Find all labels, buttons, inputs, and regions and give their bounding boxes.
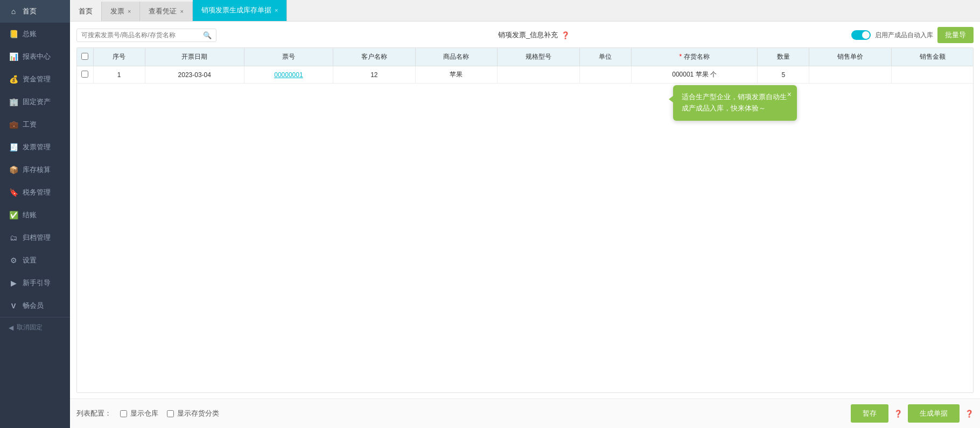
save-button[interactable]: 暂存 bbox=[851, 404, 888, 423]
sidebar-item-ledger[interactable]: 📒 总账 bbox=[0, 23, 70, 45]
warehouse-checkbox[interactable] bbox=[120, 410, 127, 417]
footer-actions: 暂存 ❓ 生成单据 ❓ bbox=[851, 404, 974, 423]
info-help-icon[interactable]: ❓ bbox=[561, 31, 570, 39]
toolbar-left: 🔍 bbox=[76, 29, 216, 42]
sidebar-item-tax[interactable]: 🔖 税务管理 bbox=[0, 181, 70, 204]
sidebar: ⌂ 首页 📒 总账 📊 报表中心 💰 资金管理 🏢 固定资产 💼 工资 🧾 发票… bbox=[0, 0, 70, 428]
warehouse-checkbox-group[interactable]: 显示仓库 bbox=[120, 409, 158, 418]
tab-generate-label: 销项发票生成库存单据 bbox=[201, 5, 271, 15]
save-help-icon[interactable]: ❓ bbox=[894, 410, 902, 418]
home-icon: ⌂ bbox=[9, 7, 18, 16]
row-goods: 苹果 bbox=[415, 66, 498, 84]
sidebar-item-label: 归档管理 bbox=[23, 233, 51, 243]
tab-voucher[interactable]: 查看凭证 × bbox=[140, 2, 192, 21]
search-input[interactable] bbox=[81, 31, 203, 39]
tab-generate[interactable]: 销项发票生成库存单据 × bbox=[193, 0, 287, 21]
category-checkbox-group[interactable]: 显示存货分类 bbox=[167, 409, 219, 418]
guide-icon: ▶ bbox=[9, 279, 18, 287]
sidebar-item-inventory[interactable]: 📦 库存核算 bbox=[0, 158, 70, 181]
tab-home[interactable]: 首页 bbox=[70, 2, 102, 21]
sidebar-item-report[interactable]: 📊 报表中心 bbox=[0, 45, 70, 68]
sidebar-item-label: 工资 bbox=[23, 120, 37, 129]
tab-voucher-close[interactable]: × bbox=[180, 8, 183, 15]
select-all-checkbox[interactable] bbox=[81, 53, 88, 60]
row-inventory[interactable]: 000001 苹果 个 bbox=[632, 66, 758, 84]
tab-invoice[interactable]: 发票 × bbox=[102, 2, 140, 21]
col-amount: 销售金额 bbox=[892, 48, 973, 66]
tax-icon: 🔖 bbox=[9, 188, 18, 197]
sidebar-item-label: 结账 bbox=[23, 210, 37, 220]
batch-button[interactable]: 批量导 bbox=[937, 27, 974, 43]
toggle-label: 启用产成品自动入库 bbox=[875, 31, 933, 40]
asset-icon: 🏢 bbox=[9, 98, 18, 106]
wage-icon: 💼 bbox=[9, 120, 18, 129]
sidebar-item-label: 畅会员 bbox=[23, 301, 44, 310]
sidebar-item-label: 资金管理 bbox=[23, 74, 51, 84]
data-table-wrapper: 序号 开票日期 票号 客户名称 商品名称 规格型号 单位 * 存货名称 数量 销… bbox=[76, 47, 974, 393]
row-customer: 12 bbox=[333, 66, 416, 84]
search-box[interactable]: 🔍 bbox=[76, 29, 216, 42]
sidebar-item-fund[interactable]: 💰 资金管理 bbox=[0, 68, 70, 91]
tab-voucher-label: 查看凭证 bbox=[149, 6, 177, 16]
toolbar-center: 销项发票_信息补充 ❓ bbox=[498, 30, 570, 40]
col-inventory: * 存货名称 bbox=[632, 48, 758, 66]
sidebar-item-label: 新手引导 bbox=[23, 278, 51, 288]
sidebar-item-archive[interactable]: 🗂 归档管理 bbox=[0, 226, 70, 249]
warehouse-label: 显示仓库 bbox=[130, 409, 158, 418]
col-checkbox bbox=[77, 48, 93, 66]
tab-invoice-close[interactable]: × bbox=[128, 8, 131, 15]
col-customer: 客户名称 bbox=[333, 48, 416, 66]
row-unit bbox=[579, 66, 631, 84]
settle-icon: ✅ bbox=[9, 211, 18, 219]
row-checkbox[interactable] bbox=[81, 71, 88, 78]
sidebar-item-asset[interactable]: 🏢 固定资产 bbox=[0, 91, 70, 113]
sidebar-item-home[interactable]: ⌂ 首页 bbox=[0, 0, 70, 23]
main-area: 首页 发票 × 查看凭证 × 销项发票生成库存单据 × 🔍 销项发票_信息补充 bbox=[70, 0, 980, 428]
ledger-icon: 📒 bbox=[9, 30, 18, 38]
row-quantity: 5 bbox=[758, 66, 809, 84]
sidebar-item-settle[interactable]: ✅ 结账 bbox=[0, 204, 70, 226]
sidebar-item-vip[interactable]: V 畅会员 bbox=[0, 294, 70, 317]
generate-button[interactable]: 生成单据 bbox=[908, 404, 960, 423]
sidebar-item-label: 报表中心 bbox=[23, 52, 51, 61]
sidebar-pin-button[interactable]: ◀ 取消固定 bbox=[0, 317, 70, 337]
auto-warehouse-toggle[interactable] bbox=[851, 30, 871, 40]
fund-icon: 💰 bbox=[9, 75, 18, 84]
row-price bbox=[809, 66, 892, 84]
row-date: 2023-03-04 bbox=[145, 66, 244, 84]
sidebar-item-guide[interactable]: ▶ 新手引导 bbox=[0, 272, 70, 294]
row-checkbox-cell[interactable] bbox=[77, 66, 93, 84]
sidebar-item-settings[interactable]: ⚙ 设置 bbox=[0, 249, 70, 272]
feature-tooltip: × 适合生产型企业，销项发票自动生成产成品入库，快来体验～ bbox=[673, 85, 797, 121]
tab-home-label: 首页 bbox=[79, 6, 93, 16]
sidebar-item-label: 库存核算 bbox=[23, 165, 51, 175]
col-price: 销售单价 bbox=[809, 48, 892, 66]
sidebar-item-label: 固定资产 bbox=[23, 97, 51, 107]
tooltip-text: 适合生产型企业，销项发票自动生成产成品入库，快来体验～ bbox=[682, 93, 787, 112]
sidebar-item-label: 发票管理 bbox=[23, 142, 51, 152]
pin-icon: ◀ bbox=[9, 324, 13, 332]
tab-invoice-label: 发票 bbox=[110, 6, 124, 16]
category-checkbox[interactable] bbox=[167, 410, 174, 417]
invoice-icon: 🧾 bbox=[9, 143, 18, 151]
row-no[interactable]: 00000001 bbox=[244, 66, 333, 84]
settings-icon: ⚙ bbox=[9, 256, 18, 265]
category-label: 显示存货分类 bbox=[177, 409, 219, 418]
page-content: 🔍 销项发票_信息补充 ❓ 启用产成品自动入库 批量导 bbox=[70, 22, 980, 398]
generate-help-icon[interactable]: ❓ bbox=[965, 410, 974, 418]
tooltip-close-button[interactable]: × bbox=[787, 88, 792, 100]
tab-generate-close[interactable]: × bbox=[275, 7, 278, 13]
sidebar-item-wage[interactable]: 💼 工资 bbox=[0, 113, 70, 136]
invoice-no-link[interactable]: 00000001 bbox=[274, 71, 303, 79]
footer-bar: 列表配置： 显示仓库 显示存货分类 暂存 ❓ 生成单据 ❓ bbox=[70, 398, 980, 428]
col-seq: 序号 bbox=[93, 48, 145, 66]
toolbar: 🔍 销项发票_信息补充 ❓ 启用产成品自动入库 批量导 bbox=[76, 27, 974, 43]
row-spec bbox=[498, 66, 580, 84]
row-seq: 1 bbox=[93, 66, 145, 84]
info-label: 销项发票_信息补充 bbox=[498, 30, 558, 40]
tab-bar: 首页 发票 × 查看凭证 × 销项发票生成库存单据 × bbox=[70, 0, 980, 22]
pin-label: 取消固定 bbox=[17, 323, 43, 332]
sidebar-item-label: 首页 bbox=[23, 6, 37, 16]
sidebar-item-invoice[interactable]: 🧾 发票管理 bbox=[0, 136, 70, 158]
data-table: 序号 开票日期 票号 客户名称 商品名称 规格型号 单位 * 存货名称 数量 销… bbox=[77, 48, 973, 84]
